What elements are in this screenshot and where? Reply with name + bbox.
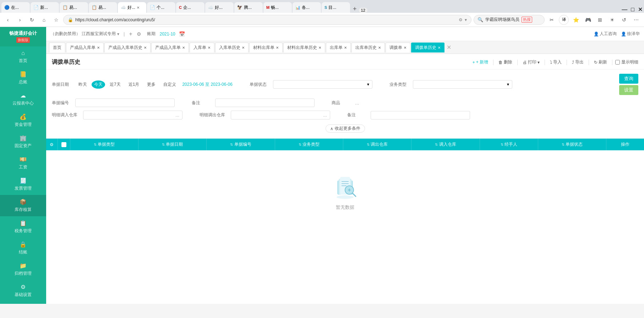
close-btn[interactable]: ✕ [638,6,643,13]
browser-tab-10[interactable]: M 畅... [263,2,292,13]
sidebar-item-invoice[interactable]: 🧾 发票管理 [0,174,46,195]
collapse-btn[interactable]: ∧ 收起更多条件 [326,124,365,133]
select-all-checkbox[interactable] [61,142,66,147]
date-btn-more[interactable]: 更多 [144,80,159,89]
browser-tab-1[interactable]: 🔵 在... [1,2,30,13]
new-btn[interactable]: + + 新增 [470,58,490,66]
display-toggle-checkbox[interactable] [615,60,620,65]
th-handler[interactable]: ⇅ 经手人 [480,139,538,150]
tab-transfer-history[interactable]: 调拨单历史 ✕ [411,43,444,52]
tab-material-outbound-close[interactable]: ✕ [276,46,279,50]
delete-btn[interactable]: 🗑 删除 [496,58,514,66]
search-bar[interactable]: 🔍 学霸应聘场驱鸟员 热搜 [474,15,545,25]
tab-home[interactable]: 首页 [49,43,65,52]
goods-ellipsis-btn[interactable]: ... [355,100,359,106]
back-btn[interactable]: ‹ [3,15,13,25]
th-doc-no[interactable]: ⇅ 单据编号 [207,139,275,150]
browser-tab-7[interactable]: C 企... [176,2,204,13]
game-btn[interactable]: 🎮 [583,15,593,25]
sidebar-item-home[interactable]: ⌂ 首页 [0,46,46,67]
import-btn[interactable]: ⤵ 导入 [548,58,564,66]
out-warehouse-ellipsis[interactable]: ... [323,112,327,118]
in-warehouse-input[interactable]: ... [83,111,182,119]
in-warehouse-ellipsis[interactable]: ... [175,112,179,118]
tab-material-outbound-history[interactable]: 材料出库单历史 ✕ [283,43,325,52]
out-warehouse-input[interactable]: ... [231,111,330,119]
tab-material-outbound-history-close[interactable]: ✕ [318,46,321,50]
browser-tab-11[interactable]: 📊 各... [293,2,321,13]
refresh-btn-page[interactable]: ↻ 刷新 [592,58,609,66]
browser-tab-4[interactable]: 📋 易... [89,2,117,13]
date-btn-7days[interactable]: 近7天 [107,80,124,89]
tab-product-inbound2-close[interactable]: ✕ [182,46,185,50]
tab-product-inbound-close[interactable]: ✕ [97,46,100,50]
date-btn-1month[interactable]: 近1月 [125,80,143,89]
settings-gear-icon[interactable]: ⚙ [137,31,141,37]
tab-product-inbound2[interactable]: 产成品入库单 ✕ [151,43,189,52]
refresh-btn[interactable]: ↻ [27,15,37,25]
tab-inbound-close[interactable]: ✕ [208,46,211,50]
user-info[interactable]: 👤 徐泽华 [621,31,640,37]
tab-close-5[interactable]: ✕ [137,6,140,10]
scissors-btn[interactable]: ✂ [547,15,557,25]
star-btn[interactable]: ⭐ [571,15,581,25]
grid-btn[interactable]: ⊞ [595,15,605,25]
th-biz-type[interactable]: ⇅ 业务类型 [275,139,343,150]
address-bar[interactable]: 🔒 https://cloud.chanjet.com/accounting/u… [63,15,471,25]
status-filter-select[interactable]: ▾ [273,80,372,89]
th-doc-date[interactable]: ⇅ 单据日期 [138,139,206,150]
tab-transfer-history-close[interactable]: ✕ [438,46,441,50]
sidebar-item-cloud-report[interactable]: ☁ 云报表中心 [0,89,46,110]
sidebar-item-ledger[interactable]: 📒 总账 [0,67,46,89]
sidebar-item-closing[interactable]: 🔒 结账 [0,238,46,259]
more-btn[interactable]: ⋯ [631,15,641,25]
new-tab-btn[interactable]: + [353,5,357,13]
tab-inbound-history-close[interactable]: ✕ [242,46,245,50]
date-btn-today[interactable]: 今天 [92,80,105,89]
add-company-btn[interactable]: + [129,31,132,37]
date-btn-yesterday[interactable]: 昨天 [75,80,90,89]
tab-outbound-close[interactable]: ✕ [344,46,347,50]
translate-btn[interactable]: 译 [559,15,569,25]
theme-btn[interactable]: ☀ [607,15,617,25]
history-btn[interactable]: ↺ [619,15,629,25]
forward-btn[interactable]: › [15,15,25,25]
sidebar-item-inventory[interactable]: 📦 库存核算 [0,195,46,216]
th-check[interactable] [58,139,70,150]
sidebar-item-archive[interactable]: 📁 归档管理 [0,259,46,280]
th-doc-type[interactable]: ⇅ 单据类型 [70,139,138,150]
date-btn-custom[interactable]: 自定义 [160,80,179,89]
tab-product-inbound-history-close[interactable]: ✕ [144,46,147,50]
tab-outbound-history-close[interactable]: ✕ [378,46,381,50]
minimize-btn[interactable]: — [622,6,627,13]
company-selector[interactable]: （勿删勿禁用） 江西服宝测试专用 ▾ [50,31,119,37]
browser-tab-3[interactable]: 📋 易... [60,2,88,13]
home-btn[interactable]: ⌂ [39,15,49,25]
remark-input[interactable] [215,99,315,107]
browser-tab-6[interactable]: 📄 个... [147,2,175,13]
display-toggle[interactable]: 显示明细 [615,59,638,65]
tab-inbound-history[interactable]: 入库单历史 ✕ [215,43,249,52]
th-in-warehouse[interactable]: ⇅ 调入仓库 [411,139,480,150]
tab-material-outbound[interactable]: 材料出库单 ✕ [249,43,283,52]
browser-tab-9[interactable]: 🦅 腾... [234,2,263,13]
sidebar-item-payroll[interactable]: 💴 工资 [0,152,46,174]
doc-no-input[interactable] [75,99,175,107]
browser-tab-8[interactable]: ☁️ 好... [205,2,234,13]
th-gear[interactable]: ⚙ [46,139,58,150]
sidebar-item-basic-settings[interactable]: ⚙ 基础设置 [0,280,46,301]
out-remark-input[interactable] [371,111,470,119]
tab-outbound[interactable]: 出库单 ✕ [326,43,351,52]
tab-inbound[interactable]: 入库单 ✕ [190,43,214,52]
browser-tab-2[interactable]: 📄 新... [31,2,59,13]
sidebar-item-guide[interactable]: 👤 新手引导 [0,301,46,304]
close-all-tabs-btn[interactable]: ✕ [447,44,451,51]
th-doc-status[interactable]: ⇅ 单据状态 [538,139,606,150]
sidebar-item-fund[interactable]: 💰 资金管理 [0,110,46,131]
bookmark-btn[interactable]: ☆ [51,15,61,25]
tab-product-inbound[interactable]: 产成品入库单 ✕ [66,43,104,52]
biz-type-filter-select[interactable]: ▾ [413,80,512,89]
export-btn[interactable]: ⤴ 导出 [570,58,586,66]
setting-btn[interactable]: 设置 [619,85,638,95]
th-out-warehouse[interactable]: ⇅ 调出仓库 [343,139,411,150]
